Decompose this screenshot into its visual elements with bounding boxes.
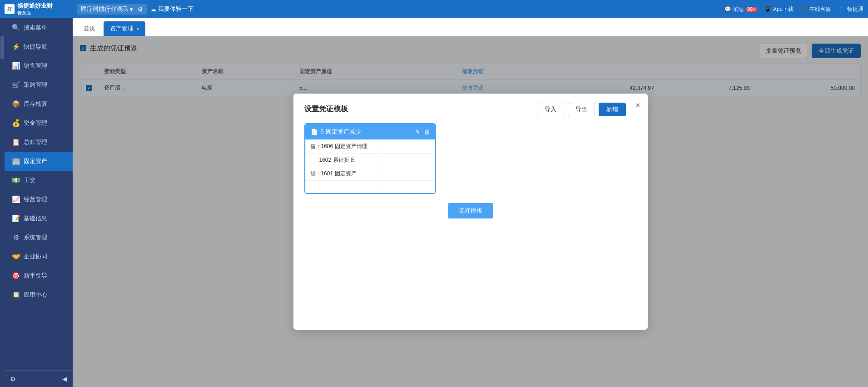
template-card-actions: ✎ 🗑 <box>415 129 430 135</box>
sidebar-item-inventory[interactable]: 📦 库存核算 <box>5 94 73 114</box>
sidebar-scroll-area <box>0 18 5 387</box>
sidebar-item-label: 搜索菜单 <box>24 24 47 32</box>
sidebar-item-label: 采购管理 <box>24 81 47 89</box>
sidebar-item-sales[interactable]: 📊 销售管理 <box>5 56 73 75</box>
message-label: 消息 <box>733 5 744 13</box>
app-edition: 普及版 <box>17 10 53 16</box>
template-row-4 <box>305 181 435 193</box>
sidebar-item-label: 新手引导 <box>24 272 47 280</box>
shortcut-icon: ⚡ <box>12 43 20 51</box>
sales-icon: 📊 <box>12 62 20 70</box>
select-template-button[interactable]: 选择模板 <box>448 203 493 218</box>
settings-icon[interactable]: ⚙ <box>10 375 16 382</box>
sidebar-item-appstore[interactable]: 🔲 应用中心 <box>5 285 73 304</box>
sidebar-item-operations[interactable]: 📈 经营管理 <box>5 190 73 209</box>
sidebar-item-ledger[interactable]: 📋 总账管理 <box>5 133 73 152</box>
template-delete-icon[interactable]: 🗑 <box>424 129 430 135</box>
experience-button[interactable]: ☁ 我要体验一下 <box>150 5 193 13</box>
ledger-icon: 📋 <box>12 138 20 146</box>
new-button[interactable]: 新增 <box>599 103 626 116</box>
sidebar: 🔍 搜索菜单 ⚡ 快捷导航 📊 销售管理 🛒 采购管理 📦 库存核算 💰 <box>5 18 73 387</box>
sidebar-item-enterprise[interactable]: 🤝 企业协同 <box>5 247 73 266</box>
sidebar-item-label: 总账管理 <box>24 138 47 146</box>
tab-asset-mgmt-label: 资产管理 <box>110 25 134 33</box>
template-row1-col3 <box>409 140 435 154</box>
template-row2-col2 <box>383 154 409 167</box>
template-card-header-left: 📄 5-固定资产减少 <box>311 128 362 136</box>
inventory-icon: 📦 <box>12 100 20 108</box>
service-label: 在线客服 <box>809 5 831 13</box>
company-selector[interactable]: 医疗器械行业演示 ▾ ⚙ <box>77 4 147 15</box>
template-row2-col3 <box>409 154 435 167</box>
export-button[interactable]: 导出 <box>568 103 595 116</box>
gear-icon[interactable]: ⚙ <box>138 6 143 13</box>
download-icon: 📱 <box>764 6 771 12</box>
sidebar-item-finance[interactable]: 💰 资金管理 <box>5 114 73 133</box>
sidebar-item-label: 资金管理 <box>24 119 47 127</box>
modal-close-button[interactable]: × <box>635 101 640 110</box>
sidebar-item-label: 销售管理 <box>24 62 47 70</box>
modal-set-template: 设置凭证模板 导入 导出 新增 × 📄 5-固定 <box>293 94 648 330</box>
experience-label: 我要体验一下 <box>158 5 193 13</box>
tab-asset-mgmt[interactable]: 资产管理 × <box>104 21 145 36</box>
sidebar-item-label: 系统管理 <box>24 233 47 242</box>
template-doc-icon: 📄 <box>311 129 318 135</box>
sidebar-item-label: 工资 <box>24 176 35 184</box>
sidebar-scroll-thumb[interactable] <box>0 36 4 59</box>
message-button[interactable]: 💬 消息 99+ <box>724 5 757 13</box>
tab-bar: 首页 资产管理 × <box>73 18 868 36</box>
top-bar: 好 畅捷通好业财 普及版 医疗器械行业演示 ▾ ⚙ ☁ 我要体验一下 💬 消息 … <box>0 0 868 18</box>
tab-home-label: 首页 <box>84 25 95 33</box>
template-row3-col2 <box>383 167 409 181</box>
company-name: 医疗器械行业演示 <box>81 5 128 13</box>
template-header-label: 5-固定资产减少 <box>321 128 362 136</box>
template-row-1: 借：1606 固定资产清理 <box>305 140 435 154</box>
template-card-body: 借：1606 固定资产清理 1602 累计折旧 <box>305 139 435 193</box>
purchase-icon: 🛒 <box>12 81 20 89</box>
template-card-table: 借：1606 固定资产清理 1602 累计折旧 <box>305 139 435 193</box>
sidebar-item-shortcut[interactable]: ⚡ 快捷导航 <box>5 37 73 56</box>
page-content: ✓ 生成的凭证预览 批量凭证预览 全部生成凭证 <box>73 36 868 387</box>
import-button[interactable]: 导入 <box>537 103 564 116</box>
template-row1-label: 借：1606 固定资产清理 <box>305 140 383 154</box>
sidebar-footer: ⚙ ◀ <box>5 370 73 387</box>
message-icon: 💬 <box>724 6 731 12</box>
enterprise-icon: 🤝 <box>12 253 20 261</box>
user-label: 畅捷通 <box>847 5 863 13</box>
sidebar-item-label: 企业协同 <box>24 253 47 261</box>
appstore-icon: 🔲 <box>12 291 20 299</box>
sidebar-item-label: 库存核算 <box>24 100 47 108</box>
template-edit-icon[interactable]: ✎ <box>415 129 420 135</box>
finance-icon: 💰 <box>12 119 20 127</box>
top-bar-right: 💬 消息 99+ 📱 App下载 🎧 在线客服 👤 畅捷通 <box>724 5 863 13</box>
sidebar-item-search[interactable]: 🔍 搜索菜单 <box>5 18 73 37</box>
user-icon: 👤 <box>838 6 845 12</box>
service-icon: 🎧 <box>801 6 808 12</box>
sidebar-item-payroll[interactable]: 💵 工资 <box>5 171 73 190</box>
collapse-icon[interactable]: ◀ <box>62 375 67 382</box>
sidebar-item-system[interactable]: ⚙ 系统管理 <box>5 228 73 247</box>
app-download-label: App下载 <box>773 5 794 13</box>
app-download-button[interactable]: 📱 App下载 <box>764 5 794 13</box>
sidebar-item-fixed-assets[interactable]: 🏢 固定资产 <box>5 152 73 171</box>
user-menu[interactable]: 👤 畅捷通 <box>838 5 863 13</box>
sidebar-item-basic-info[interactable]: 📝 基础信息 <box>5 209 73 228</box>
tab-close-icon[interactable]: × <box>136 26 139 31</box>
sidebar-item-label: 快捷导航 <box>24 43 47 51</box>
customer-service-button[interactable]: 🎧 在线客服 <box>801 5 831 13</box>
main-area: 🔍 搜索菜单 ⚡ 快捷导航 📊 销售管理 🛒 采购管理 📦 库存核算 💰 <box>0 18 868 387</box>
sidebar-item-purchase[interactable]: 🛒 采购管理 <box>5 75 73 94</box>
tab-home[interactable]: 首页 <box>77 21 102 36</box>
search-icon: 🔍 <box>12 24 20 32</box>
template-card-header: 📄 5-固定资产减少 ✎ 🗑 <box>305 124 435 139</box>
app-name: 畅捷通好业财 <box>17 2 53 10</box>
sidebar-item-label: 应用中心 <box>24 291 47 299</box>
template-row3-label: 贷：1601 固定资产 <box>305 167 383 181</box>
modal-action-buttons: 导入 导出 新增 <box>537 103 626 116</box>
sidebar-item-guide[interactable]: 🎯 新手引导 <box>5 266 73 285</box>
top-bar-center: 医疗器械行业演示 ▾ ⚙ ☁ 我要体验一下 <box>68 4 724 15</box>
template-row-2: 1602 累计折旧 <box>305 154 435 167</box>
modal-backdrop: 设置凭证模板 导入 导出 新增 × 📄 5-固定 <box>73 36 868 387</box>
template-row4-col2 <box>383 181 409 193</box>
content-area: 首页 资产管理 × ✓ 生成的凭证预览 <box>73 18 868 387</box>
